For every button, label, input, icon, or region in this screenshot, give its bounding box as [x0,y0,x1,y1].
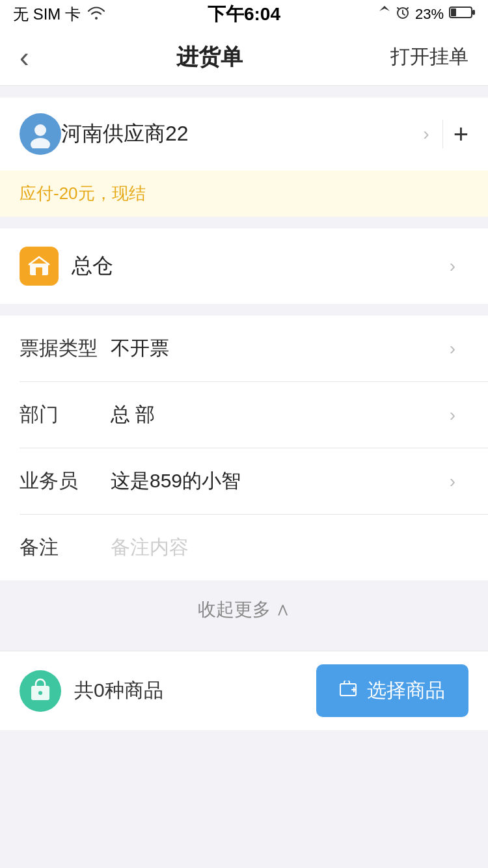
product-count: 共0种商品 [74,677,316,704]
svg-rect-2 [451,8,456,16]
carrier-text: 无 SIM 卡 [13,4,81,25]
salesperson-label: 业务员 [20,468,111,495]
invoice-label: 票据类型 [20,335,111,362]
warehouse-chevron-icon: › [450,256,455,277]
notice-text: 应付-20元，现结 [20,183,146,203]
divider-3 [0,639,488,651]
location-icon [379,5,390,23]
form-section: 票据类型 不开票 › 部门 总 部 › 业务员 这是859的小智 › 备注 备注… [0,316,488,580]
department-label: 部门 [20,401,111,428]
back-button[interactable]: ‹ [20,41,29,74]
battery-percent: 23% [415,6,444,23]
status-right: 23% [379,5,475,23]
add-supplier-button[interactable]: + [442,120,468,148]
svg-point-5 [31,138,50,148]
status-bar: 无 SIM 卡 下午6:04 [0,0,488,29]
invoice-type-row[interactable]: 票据类型 不开票 › [0,316,488,381]
product-icon [20,670,61,712]
salesperson-value: 这是859的小智 [111,468,450,495]
select-product-button[interactable]: 选择商品 [316,664,468,717]
warehouse-name: 总仓 [72,252,450,280]
svg-rect-7 [36,267,42,275]
divider-1 [0,217,488,228]
salesperson-row[interactable]: 业务员 这是859的小智 › [0,448,488,514]
open-pending-button[interactable]: 打开挂单 [390,44,468,70]
department-chevron-icon: › [450,405,455,426]
svg-point-9 [38,691,42,695]
svg-rect-3 [472,10,475,15]
nav-bar: ‹ 进货单 打开挂单 [0,29,488,86]
warehouse-row[interactable]: 总仓 › [0,228,488,304]
warehouse-icon [20,247,59,286]
supplier-row[interactable]: 河南供应商22 › + [0,98,488,170]
collapse-row[interactable]: 收起更多 ∧ [0,580,488,639]
department-row[interactable]: 部门 总 部 › [0,382,488,448]
select-btn-label: 选择商品 [367,677,445,704]
notice-bar: 应付-20元，现结 [0,170,488,217]
salesperson-chevron-icon: › [450,471,455,492]
svg-point-4 [34,124,46,136]
alarm-icon [396,5,410,23]
status-left: 无 SIM 卡 [13,4,105,25]
select-btn-icon [340,680,359,702]
page-title: 进货单 [176,42,243,72]
top-divider [0,86,488,98]
warehouse-section: 总仓 › [0,228,488,304]
wifi-icon [87,5,105,23]
supplier-chevron-icon: › [423,124,429,144]
status-time: 下午6:04 [208,2,280,27]
supplier-name: 河南供应商22 [61,120,423,148]
divider-2 [0,304,488,316]
remark-input[interactable]: 备注内容 [111,534,468,561]
invoice-chevron-icon: › [450,338,455,359]
supplier-section: 河南供应商22 › + 应付-20元，现结 [0,98,488,217]
battery-icon [449,6,475,23]
collapse-label: 收起更多 ∧ [198,597,291,622]
remark-row[interactable]: 备注 备注内容 [0,515,488,580]
product-bar: 共0种商品 选择商品 [0,651,488,730]
invoice-value: 不开票 [111,335,450,362]
remark-label: 备注 [20,534,111,561]
supplier-avatar [20,113,61,155]
department-value: 总 部 [111,401,450,428]
